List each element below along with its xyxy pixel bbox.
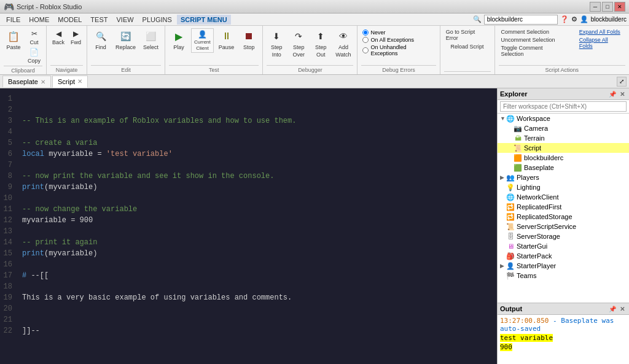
menu-script-menu[interactable]: SCRIPT MENU bbox=[177, 15, 231, 25]
find-icon: 🔍 bbox=[94, 29, 107, 43]
title-bar: 🎮 Script - Roblox Studio ─ □ ✕ bbox=[0, 0, 629, 14]
copy-button[interactable]: 📄 Copy bbox=[26, 47, 42, 64]
code-editor[interactable]: 1 2 3 4 5 6 7 8 9 10 11 12 13 14 15 16 1… bbox=[0, 88, 497, 364]
tab-baseplate-label: Baseplate bbox=[8, 78, 38, 85]
tabs-bar: Baseplate ✕ Script ✕ ⤢ bbox=[0, 75, 629, 88]
replace-button[interactable]: 🔄 Replace bbox=[113, 28, 138, 52]
menu-file[interactable]: FILE bbox=[2, 15, 24, 25]
never-checkbox-label[interactable]: Never bbox=[362, 29, 434, 36]
expand-editor-button[interactable]: ⤢ bbox=[617, 77, 627, 87]
baseplate-icon: 🟩 bbox=[514, 163, 522, 172]
workspace-label: Workspace bbox=[517, 115, 550, 122]
tree-item-replicatedfirst[interactable]: 🔁 ReplicatedFirst bbox=[498, 202, 629, 212]
explorer-search-input[interactable] bbox=[500, 101, 627, 112]
starterplayer-arrow: ▶ bbox=[500, 263, 506, 269]
menu-home[interactable]: HOME bbox=[25, 15, 53, 25]
step-into-button[interactable]: ⬇ Step Into bbox=[267, 28, 286, 59]
settings-icon[interactable]: ⚙ bbox=[571, 15, 577, 23]
reload-script-button[interactable]: Reload Script bbox=[444, 43, 491, 50]
output-testvariable-line: test variable bbox=[500, 333, 627, 343]
all-exceptions-radio[interactable] bbox=[362, 37, 369, 43]
output-900-line: 900 bbox=[500, 343, 627, 352]
output-content: 13:27:00.850 - Baseplate was auto-saved … bbox=[498, 315, 629, 364]
players-arrow: ▶ bbox=[500, 174, 506, 180]
tree-item-starterpack[interactable]: 🎒 StarterPack bbox=[498, 251, 629, 261]
output-timestamp: 13:27:00.850 bbox=[500, 317, 549, 325]
select-button[interactable]: ⬜ Select bbox=[141, 28, 161, 52]
menu-model[interactable]: MODEL bbox=[54, 15, 85, 25]
tree-item-networkclient[interactable]: 🌐 NetworkClient bbox=[498, 192, 629, 202]
back-button[interactable]: ◀ Back bbox=[50, 28, 66, 46]
output-pin-button[interactable]: 📌 bbox=[608, 304, 617, 313]
serverscriptservice-icon: 📜 bbox=[506, 222, 515, 231]
pause-button[interactable]: ⏸ Pause bbox=[216, 28, 237, 52]
add-watch-button[interactable]: 👁 Add Watch bbox=[333, 28, 353, 59]
step-out-icon: ⬆ bbox=[314, 29, 327, 43]
tab-baseplate-close[interactable]: ✕ bbox=[41, 79, 45, 85]
serverstorage-label: ServerStorage bbox=[517, 233, 560, 240]
tree-item-camera[interactable]: 📷 Camera bbox=[498, 123, 629, 133]
title-search-input[interactable] bbox=[484, 15, 558, 25]
explorer-close-button[interactable]: ✕ bbox=[618, 90, 627, 98]
help-icon[interactable]: ❓ bbox=[560, 15, 569, 23]
step-over-button[interactable]: ↷ Step Over bbox=[289, 28, 308, 59]
collapse-all-folds-button[interactable]: Collapse All Folds bbox=[577, 36, 625, 50]
tree-item-starterplayer[interactable]: ▶ 👤 StarterPlayer bbox=[498, 261, 629, 271]
tree-item-baseplate[interactable]: 🟩 Baseplate bbox=[498, 163, 629, 172]
comment-selection-button[interactable]: Comment Selection bbox=[499, 28, 569, 36]
ribbon-script-actions: Comment Selection Uncomment Selection To… bbox=[495, 26, 629, 74]
fwd-button[interactable]: ▶ Fwd bbox=[69, 28, 83, 46]
workspace-icon: 🌐 bbox=[506, 114, 515, 123]
tree-item-blockbuilderc[interactable]: 🟧 blockbuilderc bbox=[498, 153, 629, 163]
replicatedstorage-icon: 🔁 bbox=[506, 212, 515, 221]
tree-item-terrain[interactable]: 🏔 Terrain bbox=[498, 133, 629, 143]
go-to-script-error-button[interactable]: Go to Script Error bbox=[444, 28, 491, 42]
main-content: 1 2 3 4 5 6 7 8 9 10 11 12 13 14 15 16 1… bbox=[0, 88, 629, 364]
toggle-comment-button[interactable]: Toggle Comment Selection bbox=[499, 44, 569, 58]
step-out-button[interactable]: ⬆ Step Out bbox=[311, 28, 330, 59]
replace-icon: 🔄 bbox=[119, 29, 133, 43]
cut-button[interactable]: ✂ Cut bbox=[26, 28, 42, 46]
tree-item-script[interactable]: 📜 Script bbox=[498, 143, 629, 153]
unhandled-exceptions-radio[interactable] bbox=[362, 47, 369, 53]
replicatedfirst-icon: 🔁 bbox=[506, 203, 515, 211]
code-content[interactable]: -- This is an example of Roblox variable… bbox=[17, 88, 497, 364]
output-close-button[interactable]: ✕ bbox=[618, 304, 627, 313]
maximize-button[interactable]: □ bbox=[602, 2, 613, 12]
stop-icon: ⏹ bbox=[242, 29, 256, 43]
minimize-button[interactable]: ─ bbox=[590, 2, 601, 12]
find-button[interactable]: 🔍 Find bbox=[91, 28, 111, 52]
camera-label: Camera bbox=[524, 125, 548, 132]
tree-item-workspace[interactable]: ▼ 🌐 Workspace bbox=[498, 114, 629, 123]
players-label: Players bbox=[517, 174, 539, 181]
user-icon: 👤 bbox=[580, 15, 588, 23]
tree-item-startergui[interactable]: 🖥 StarterGui bbox=[498, 241, 629, 251]
replicatedfirst-label: ReplicatedFirst bbox=[517, 203, 561, 211]
expand-all-folds-button[interactable]: Expand All Folds bbox=[577, 28, 625, 36]
startergui-label: StarterGui bbox=[517, 242, 547, 250]
uncomment-selection-button[interactable]: Uncomment Selection bbox=[499, 36, 569, 44]
unhandled-exceptions-checkbox-label[interactable]: On Unhandled Exceptions bbox=[362, 44, 434, 56]
tree-item-players[interactable]: ▶ 👥 Players bbox=[498, 172, 629, 182]
tab-baseplate[interactable]: Baseplate ✕ bbox=[2, 76, 51, 87]
ribbon: 📋 Paste ✂ Cut 📄 Copy Clipboard ◀ Back bbox=[0, 26, 629, 75]
current-client-button[interactable]: 👤 Current Client bbox=[191, 28, 214, 53]
paste-button[interactable]: 📋 Paste bbox=[4, 28, 23, 52]
tree-item-lighting[interactable]: 💡 Lighting bbox=[498, 182, 629, 192]
play-button[interactable]: ▶ Play bbox=[169, 28, 189, 52]
all-exceptions-checkbox-label[interactable]: On All Exceptions bbox=[362, 37, 434, 43]
never-radio[interactable] bbox=[362, 29, 369, 36]
menu-plugins[interactable]: PLUGINS bbox=[139, 15, 176, 25]
close-button[interactable]: ✕ bbox=[614, 2, 625, 12]
tab-script-close[interactable]: ✕ bbox=[77, 78, 82, 85]
menu-test[interactable]: TEST bbox=[87, 15, 111, 25]
stop-button[interactable]: ⏹ Stop bbox=[239, 28, 259, 52]
tree-item-teams[interactable]: 🏁 Teams bbox=[498, 271, 629, 281]
tree-item-serverstorage[interactable]: 🗄 ServerStorage bbox=[498, 231, 629, 241]
explorer-pin-button[interactable]: 📌 bbox=[608, 90, 617, 98]
tab-script[interactable]: Script ✕ bbox=[52, 76, 88, 88]
menu-view[interactable]: VIEW bbox=[112, 15, 137, 25]
tree-item-replicatedstorage[interactable]: 🔁 ReplicatedStorage bbox=[498, 212, 629, 222]
ribbon-navigate: ◀ Back ▶ Fwd Navigate bbox=[47, 26, 87, 74]
tree-item-serverscriptservice[interactable]: 📜 ServerScriptService bbox=[498, 222, 629, 231]
